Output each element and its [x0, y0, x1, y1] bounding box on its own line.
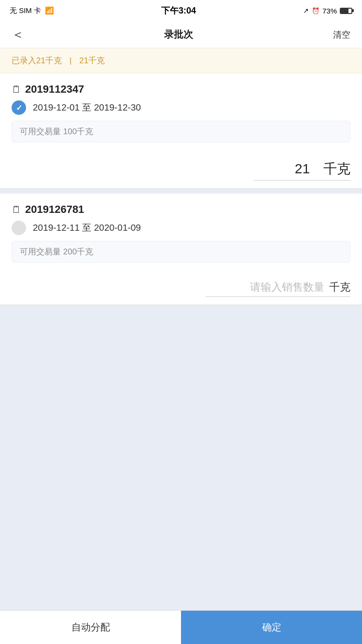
gps-icon: ↗: [303, 7, 309, 14]
batch-id-1: 2019112347: [25, 83, 84, 96]
status-left: 无 SIM 卡 📶: [10, 6, 54, 15]
batch-header-2: 🗒 2019126781: [12, 203, 350, 216]
avail-text-2: 可用交易量 200千克: [20, 247, 93, 256]
wifi-icon: 📶: [45, 6, 54, 15]
battery-icon: [340, 8, 352, 14]
batch-icon-2: 🗒: [12, 204, 21, 215]
alarm-icon: ⏰: [312, 7, 320, 14]
avail-text-1: 可用交易量 100千克: [20, 127, 93, 136]
page-title: 录批次: [164, 28, 193, 41]
input-unit-2: 千克: [329, 280, 350, 294]
summary-divider: |: [70, 56, 71, 66]
total-label: 21千克: [79, 55, 105, 66]
batch-id-2: 2019126781: [25, 203, 84, 216]
status-bar: 无 SIM 卡 📶 下午3:04 ↗ ⏰ 73%: [0, 0, 362, 21]
radio-checked-1[interactable]: ✓: [12, 100, 26, 115]
input-row-2: 千克: [0, 272, 362, 305]
checkmark-icon: ✓: [16, 103, 22, 112]
batch-date-2: 2019-12-11 至 2020-01-09: [33, 222, 141, 234]
status-right: ↗ ⏰ 73%: [303, 7, 352, 15]
batch-date-1: 2019-12-01 至 2019-12-30: [33, 101, 141, 114]
quantity-input-2[interactable]: [204, 281, 324, 294]
batch-date-row-1: ✓ 2019-12-01 至 2019-12-30: [12, 100, 350, 115]
carrier-text: 无 SIM 卡: [10, 6, 41, 15]
batch-card-2: 🗒 2019126781 2019-12-11 至 2020-01-09 可用交…: [0, 194, 362, 272]
confirm-button[interactable]: 确定: [181, 611, 362, 644]
bottom-bar: 自动分配 确定: [0, 610, 362, 644]
nav-bar: ＜ 录批次 清空: [0, 21, 362, 48]
status-time: 下午3:04: [161, 5, 196, 16]
avail-row-1: 可用交易量 100千克: [12, 121, 350, 142]
main-content: 已录入21千克 | 21千克 🗒 2019112347 ✓ 2019-12-01…: [0, 48, 362, 610]
summary-bar: 已录入21千克 | 21千克: [0, 48, 362, 73]
quantity-underline-1: [254, 180, 350, 181]
clear-button[interactable]: 清空: [333, 29, 350, 41]
input-underline-2: [206, 296, 350, 297]
quantity-value-1: 21 千克: [295, 160, 350, 178]
recorded-label: 已录入21千克: [12, 55, 62, 66]
battery-percent: 73%: [322, 7, 337, 15]
empty-area: [0, 305, 362, 610]
batch-card-1: 🗒 2019112347 ✓ 2019-12-01 至 2019-12-30 可…: [0, 73, 362, 152]
back-button[interactable]: ＜: [12, 26, 24, 43]
auto-distribute-button[interactable]: 自动分配: [0, 611, 181, 644]
batch-header-1: 🗒 2019112347: [12, 83, 350, 96]
radio-unchecked-2[interactable]: [12, 221, 26, 235]
section-separator: [0, 189, 362, 194]
avail-row-2: 可用交易量 200千克: [12, 241, 350, 263]
batch-date-row-2: 2019-12-11 至 2020-01-09: [12, 221, 350, 235]
quantity-row-1: 21 千克: [0, 152, 362, 189]
batch-icon-1: 🗒: [12, 84, 21, 95]
